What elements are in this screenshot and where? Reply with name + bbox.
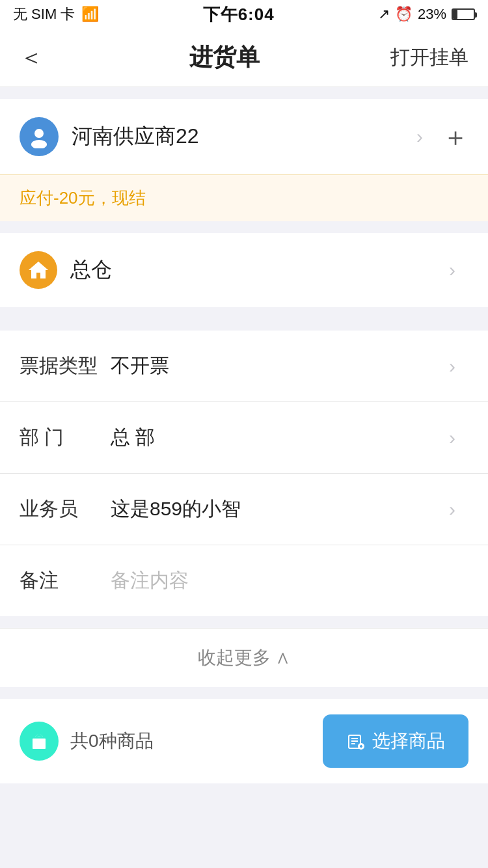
back-button[interactable]: ＜ — [20, 42, 59, 74]
wifi-icon: 📶 — [81, 6, 99, 23]
warehouse-name: 总仓 — [70, 256, 449, 284]
nav-bar: ＜ 进货单 打开挂单 — [0, 29, 488, 87]
product-count-text: 共0种商品 — [70, 729, 323, 753]
svg-point-1 — [31, 140, 47, 148]
alert-banner: 应付-20元，现结 — [0, 174, 488, 221]
svg-marker-2 — [29, 262, 48, 278]
avatar-icon — [27, 125, 51, 148]
mid-divider-1 — [0, 221, 488, 233]
salesperson-value: 这是859的小智 — [98, 496, 449, 522]
remarks-placeholder[interactable]: 备注内容 — [98, 567, 468, 594]
sim-label: 无 SIM 卡 — [13, 5, 75, 24]
add-supplier-button[interactable]: ＋ — [442, 119, 468, 155]
page-title: 进货单 — [189, 42, 260, 74]
invoice-type-value: 不开票 — [98, 353, 449, 379]
department-value: 总 部 — [98, 424, 449, 451]
svg-point-0 — [34, 129, 44, 138]
select-product-label: 选择商品 — [372, 729, 445, 753]
bottom-bar: 共0种商品 选择商品 — [0, 699, 488, 783]
status-left: 无 SIM 卡 📶 — [13, 5, 99, 24]
warehouse-chevron-icon: › — [449, 259, 455, 281]
salesperson-row[interactable]: 业务员 这是859的小智 › — [0, 474, 488, 545]
warehouse-card: 总仓 › — [0, 233, 488, 307]
supplier-card: 河南供应商22 › ＋ 应付-20元，现结 — [0, 99, 488, 221]
location-icon: ↗ — [378, 6, 390, 23]
top-divider — [0, 87, 488, 99]
salesperson-label: 业务员 — [20, 496, 98, 522]
status-right: ↗ ⏰ 23% — [378, 6, 475, 23]
shopping-bag-icon — [28, 730, 50, 752]
mid-divider-3 — [0, 687, 488, 699]
supplier-avatar — [20, 117, 59, 156]
form-section: 票据类型 不开票 › 部 门 总 部 › 业务员 这是859的小智 › 备注 备… — [0, 331, 488, 616]
department-chevron-icon: › — [449, 427, 455, 449]
battery-icon — [452, 8, 475, 20]
invoice-type-row[interactable]: 票据类型 不开票 › — [0, 331, 488, 402]
warehouse-icon — [27, 259, 49, 281]
open-pending-button[interactable]: 打开挂单 — [390, 44, 468, 71]
select-product-icon — [346, 731, 366, 751]
select-product-button[interactable]: 选择商品 — [323, 714, 468, 768]
supplier-name: 河南供应商22 — [72, 122, 416, 151]
department-row[interactable]: 部 门 总 部 › — [0, 402, 488, 474]
salesperson-chevron-icon: › — [449, 498, 455, 521]
battery-percent: 23% — [418, 6, 446, 23]
mid-divider-2 — [0, 307, 488, 319]
supplier-row[interactable]: 河南供应商22 › ＋ — [0, 99, 488, 174]
invoice-type-label: 票据类型 — [20, 353, 98, 379]
alarm-icon: ⏰ — [395, 6, 413, 23]
svg-rect-3 — [32, 738, 46, 750]
product-count-icon-wrap — [20, 722, 59, 761]
warehouse-row[interactable]: 总仓 › — [0, 233, 488, 307]
status-time: 下午6:04 — [203, 3, 275, 26]
status-bar: 无 SIM 卡 📶 下午6:04 ↗ ⏰ 23% — [0, 0, 488, 29]
invoice-type-chevron-icon: › — [449, 355, 455, 377]
warehouse-icon-wrap — [20, 251, 57, 289]
supplier-chevron-icon: › — [416, 126, 423, 148]
remarks-label: 备注 — [20, 567, 98, 594]
department-label: 部 门 — [20, 424, 98, 451]
remarks-row[interactable]: 备注 备注内容 — [0, 545, 488, 616]
collapse-toggle[interactable]: 收起更多 ∧ — [0, 628, 488, 687]
